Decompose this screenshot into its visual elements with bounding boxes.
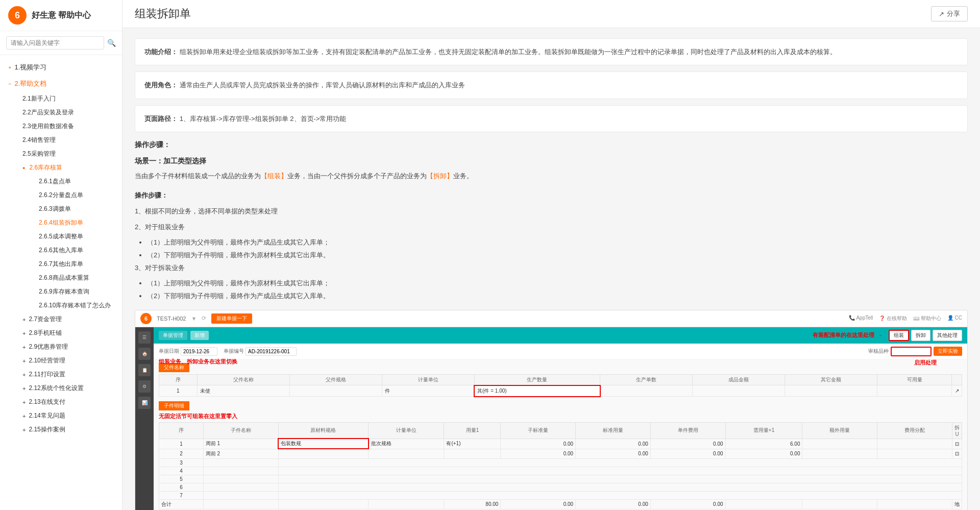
- sidebar-item-video[interactable]: + 1.视频学习: [0, 59, 122, 76]
- th-sub-qty1: 用量1: [444, 422, 501, 439]
- sidebar-icon-3: 📋: [138, 364, 151, 376]
- th-sub-need: 需用量+1: [725, 422, 802, 439]
- sidebar-item-print[interactable]: + 2.11打印设置: [16, 368, 122, 381]
- nav-tree: + 1.视频学习 − 2.帮助文档 2.1新手入门 2.2产品安装及登录 2.3…: [0, 55, 122, 510]
- std-seq-5: 5: [159, 475, 204, 483]
- share-button[interactable]: ↗ 分享: [931, 6, 968, 21]
- tfoot-empty3: [369, 499, 444, 509]
- sidebar-item-online-pay[interactable]: + 2.13在线支付: [16, 395, 122, 409]
- type-toggle-area: 组装 拆卸 其他处理: [889, 330, 962, 341]
- th-sub-seq: 序: [159, 422, 204, 439]
- std-stduse-1: 0.00: [576, 439, 651, 449]
- std-extra-2: [802, 449, 877, 458]
- share-label: 分享: [947, 9, 960, 18]
- sidebar-header: 6 好生意 帮助中心: [0, 0, 122, 31]
- sidebar-item-custom[interactable]: + 2.12系统个性化设置: [16, 381, 122, 395]
- ops-title: 操作步骤：: [135, 140, 968, 150]
- sidebar-item-mobile[interactable]: + 2.8手机旺铺: [16, 326, 122, 340]
- std-empty-7: [278, 491, 962, 499]
- sidebar-item-goods-cost[interactable]: 2.6.8商品成本重算: [33, 271, 122, 285]
- search-input[interactable]: [6, 36, 104, 50]
- date-input[interactable]: [181, 347, 217, 356]
- sidebar-item-install[interactable]: 2.2产品安装及登录: [16, 106, 122, 119]
- no-input[interactable]: [246, 347, 297, 356]
- step2-sub2: （2）下部明细为子件明细，最终作为原材料生成其它出库单。: [147, 249, 968, 262]
- dot-orange-icon: ●: [22, 165, 25, 171]
- td-amount: [693, 385, 785, 397]
- form-field-date: 单据日期: [159, 347, 217, 356]
- tfoot-empty4: [725, 499, 802, 509]
- step2: 2、对于组装业务: [135, 221, 968, 234]
- nav-sub-inventory: 2.6.1盘点单 2.6.2分量盘点单 2.6.3调拨单 2.6.4组装拆卸单 …: [16, 175, 122, 312]
- sidebar-item-ops[interactable]: + 2.10经营管理: [16, 354, 122, 368]
- step2-sub1: （1）上部明细为父件明细，最终作为产成品生成其它入库单；: [147, 236, 968, 249]
- std-alloc-1: [877, 439, 952, 449]
- sidebar-item-adjust[interactable]: 2.6.3调拨单: [33, 202, 122, 216]
- annotation-switch: 组装业务、拆卸业务在这里切换: [159, 358, 237, 366]
- th-sub-alloc: 费用分配: [877, 422, 952, 439]
- th-available: 可用量: [877, 374, 952, 385]
- plus-icon-custom: +: [22, 385, 26, 392]
- sidebar-item-faq[interactable]: + 2.14常见问题: [16, 409, 122, 423]
- sidebar-item-check[interactable]: 2.6.1盘点单: [33, 175, 122, 188]
- tfoot-val5: 地: [952, 499, 962, 509]
- std-seq-3: 3: [159, 458, 204, 467]
- app-mini-sidebar: ☰ 🏠 📋 ⚙ 📊: [135, 327, 154, 510]
- sub-table-row-2: 2 周前 2 0.00 0.00 0.00 0.00: [159, 449, 962, 458]
- tfoot-val4: 0.00: [650, 499, 725, 509]
- enable-input[interactable]: [891, 347, 932, 356]
- th-sub-cost: 单件费用: [650, 422, 725, 439]
- sidebar-item-split[interactable]: 2.6.2分量盘点单: [33, 188, 122, 202]
- plus-icon-ops: +: [22, 358, 26, 364]
- btn-other[interactable]: 其他处理: [933, 330, 962, 341]
- sidebar-item-cost[interactable]: 2.6.5成本调整单: [33, 230, 122, 244]
- th-unit: 计量单位: [382, 374, 474, 385]
- search-icon[interactable]: 🔍: [107, 39, 116, 47]
- plus-icon-pay: +: [22, 399, 26, 405]
- scene1-desc: 当由多个子件材料组装成一个成品的业务为【组装】业务，当由一个父件拆分成多个子产品…: [135, 170, 968, 183]
- page-title: 组装拆卸单: [135, 6, 191, 21]
- sidebar-item-sales[interactable]: 2.4销售管理: [16, 133, 122, 147]
- sub-table-row-3: 3: [159, 458, 962, 467]
- std-name-7: [203, 491, 278, 499]
- lower-table: 序 子件名称 原材料规格 计量单位 用量1 子标准量 标准用量 单件费用 需用量…: [159, 422, 962, 509]
- tab-new[interactable]: 新增: [190, 331, 209, 340]
- step2-sublist: （1）上部明细为父件明细，最终作为产成品生成其它入库单； （2）下部明细为子件明…: [147, 236, 968, 261]
- sidebar-item-stock-check[interactable]: 2.6.9库存账本查询: [33, 285, 122, 299]
- tfoot-empty1: [203, 499, 278, 509]
- path-block: 页面路径： 1、库存核算->库存管理->组装拆卸单 2、首页->常用功能: [135, 105, 968, 132]
- online-help-icon: ❓ 在线帮助: [879, 315, 907, 322]
- sidebar-item-other-in[interactable]: 2.6.6其他入库单: [33, 244, 122, 257]
- btn-assemble[interactable]: 组装: [889, 330, 909, 341]
- sidebar-item-prepare[interactable]: 2.3使用前数据准备: [16, 119, 122, 133]
- sidebar-icon-5: 📊: [138, 397, 151, 409]
- sub-table-row-7: 7: [159, 491, 962, 499]
- plus-icon-print: +: [22, 372, 26, 378]
- confirm-btn[interactable]: 立即实验: [934, 347, 962, 356]
- tfoot-empty5: [802, 499, 877, 509]
- plus-icon: +: [8, 64, 11, 70]
- sidebar-item-docs[interactable]: − 2.帮助文档: [0, 76, 122, 92]
- sidebar-item-newcomer[interactable]: 2.1新手入门: [16, 92, 122, 106]
- std-seq-6: 6: [159, 483, 204, 491]
- th-prod-no: 生产单数: [600, 374, 693, 385]
- td-parent-spec: [289, 385, 382, 397]
- sidebar-item-inventory[interactable]: ● 2.6库存核算: [16, 161, 122, 175]
- sync-icon: ⟳: [202, 315, 206, 322]
- app-topbar-icons: 📞 AppTell ❓ 在线帮助 📖 帮助中心 👤 CC: [849, 315, 962, 322]
- plus-icon-mobile: +: [22, 330, 26, 336]
- new-order-btn[interactable]: 新建单据一下: [211, 313, 252, 324]
- sidebar-item-case[interactable]: + 2.15操作案例: [16, 423, 122, 436]
- std-empty-6: [278, 483, 962, 491]
- btn-disassemble[interactable]: 拆卸: [911, 330, 930, 341]
- sidebar-item-other-out[interactable]: 2.6.7其他出库单: [33, 257, 122, 271]
- sidebar-item-coupon[interactable]: + 2.9优惠券管理: [16, 340, 122, 354]
- std-seq-1: 1: [159, 439, 204, 449]
- std-act-1: ⊡: [952, 439, 962, 449]
- sub-table-row-1: 1 周前 1 包装数规 批次规格 有(+1) 0.00 0.00 0.00 6.…: [159, 439, 962, 449]
- sidebar-item-assemble[interactable]: 2.6.4组装拆卸单: [33, 216, 122, 230]
- sidebar-item-account-err[interactable]: 2.6.10库存账本错了怎么办: [33, 299, 122, 312]
- sidebar-item-purchase[interactable]: 2.5采购管理: [16, 147, 122, 161]
- tab-list[interactable]: 单据管理: [159, 331, 187, 340]
- sidebar-item-fund[interactable]: + 2.7资金管理: [16, 312, 122, 326]
